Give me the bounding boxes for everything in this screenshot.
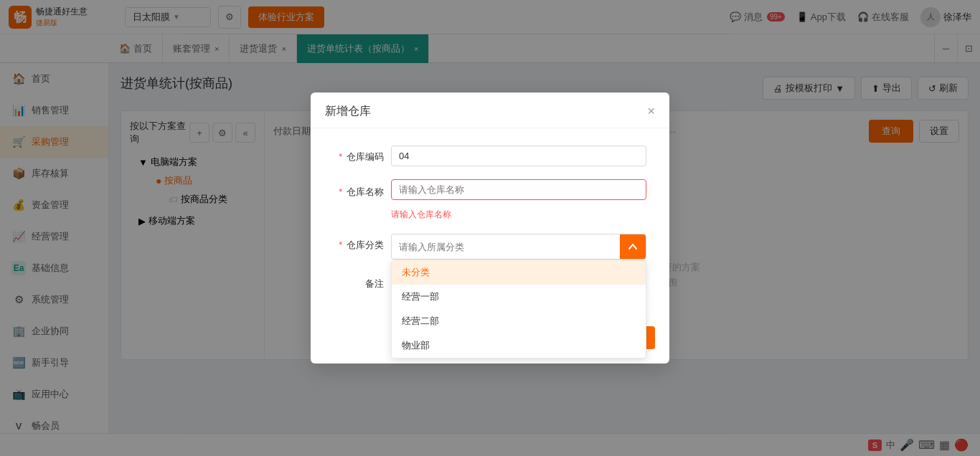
category-dropdown-wrapper: 未分类 经营一部 经营二部 物业部	[391, 234, 646, 260]
code-label: * 仓库编码	[334, 146, 384, 163]
category-label: * 仓库分类	[334, 234, 384, 252]
category-required-star: *	[339, 239, 342, 250]
dropdown-option-dept2[interactable]: 经营二部	[392, 309, 646, 333]
modal-close-button[interactable]: ×	[647, 104, 655, 119]
dropdown-option-property[interactable]: 物业部	[392, 333, 646, 358]
category-dropdown-list: 未分类 经营一部 经营二部 物业部	[391, 260, 646, 358]
name-error-row: 请输入仓库名称	[391, 209, 451, 221]
modal-add-warehouse: 新增仓库 × * 仓库编码 * 仓库名称	[311, 92, 669, 364]
modal-body: * 仓库编码 * 仓库名称 请输入仓库名称	[311, 128, 669, 318]
field-row-category: * 仓库分类 未分类 经营一部 经	[334, 234, 646, 260]
field-row-code: * 仓库编码	[334, 146, 646, 166]
modal-header: 新增仓库 ×	[311, 92, 669, 128]
name-label: * 仓库名称	[334, 181, 384, 199]
note-label: 备注	[334, 272, 384, 290]
category-dropdown-arrow[interactable]	[620, 234, 646, 259]
dropdown-option-dept1[interactable]: 经营一部	[392, 285, 646, 309]
dropdown-option-none[interactable]: 未分类	[392, 260, 646, 285]
code-input[interactable]	[391, 146, 646, 166]
chevron-up-icon	[628, 242, 638, 252]
modal-title: 新增仓库	[325, 104, 371, 119]
name-error-msg: 请输入仓库名称	[391, 209, 451, 219]
modal-overlay[interactable]: 新增仓库 × * 仓库编码 * 仓库名称	[0, 0, 980, 456]
field-row-name: * 仓库名称 请输入仓库名称	[334, 179, 646, 221]
name-required-star: *	[339, 186, 342, 197]
category-dropdown-input-row	[391, 234, 646, 260]
code-required-star: *	[339, 151, 342, 162]
name-input[interactable]	[391, 179, 646, 200]
category-input[interactable]	[392, 237, 620, 257]
field-row-name-inner: * 仓库名称	[334, 179, 646, 200]
